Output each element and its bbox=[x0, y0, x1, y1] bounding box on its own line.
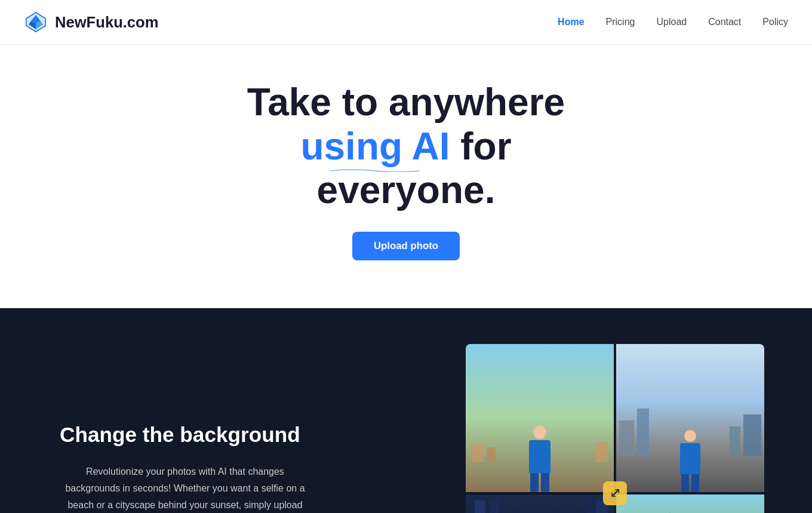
logo-area[interactable]: NewFuku.com bbox=[24, 10, 159, 34]
hero-section: Take to anywhere using AI foreveryone. U… bbox=[0, 45, 812, 308]
hero-title: Take to anywhere using AI foreveryone. bbox=[24, 81, 788, 213]
grid-cell-street bbox=[466, 494, 614, 513]
navbar: NewFuku.com Home Pricing Upload Contact … bbox=[0, 0, 812, 45]
nav-link-upload[interactable]: Upload bbox=[656, 17, 687, 27]
logo-icon bbox=[24, 10, 48, 34]
dark-section: Change the background Revolutionize your… bbox=[0, 308, 812, 513]
nav-link-contact[interactable]: Contact bbox=[708, 17, 741, 27]
hero-title-ai: using AI bbox=[300, 125, 450, 169]
upload-photo-button[interactable]: Upload photo bbox=[352, 232, 460, 260]
nav-item-pricing[interactable]: Pricing bbox=[606, 17, 635, 27]
nav-item-home[interactable]: Home bbox=[558, 17, 584, 27]
site-logo-text: NewFuku.com bbox=[55, 14, 159, 31]
dark-section-description: Revolutionize your photos with AI that c… bbox=[60, 463, 310, 513]
grid-cell-city bbox=[616, 344, 764, 492]
nav-link-pricing[interactable]: Pricing bbox=[606, 17, 635, 27]
nav-links: Home Pricing Upload Contact Policy bbox=[558, 17, 788, 27]
nav-item-upload[interactable]: Upload bbox=[656, 17, 687, 27]
nav-item-policy[interactable]: Policy bbox=[762, 17, 788, 27]
hero-title-line1: Take to anywhere bbox=[247, 81, 565, 124]
nav-link-home[interactable]: Home bbox=[558, 17, 584, 27]
image-grid bbox=[466, 344, 764, 513]
nav-item-contact[interactable]: Contact bbox=[708, 17, 741, 27]
grid-cell-forest bbox=[616, 494, 764, 513]
dark-text-area: Change the background Revolutionize your… bbox=[60, 423, 310, 513]
dark-section-heading: Change the background bbox=[60, 423, 310, 447]
grid-cell-outdoor bbox=[466, 344, 614, 492]
image-grid-container: ⤢ bbox=[466, 344, 764, 513]
nav-link-policy[interactable]: Policy bbox=[762, 17, 788, 27]
